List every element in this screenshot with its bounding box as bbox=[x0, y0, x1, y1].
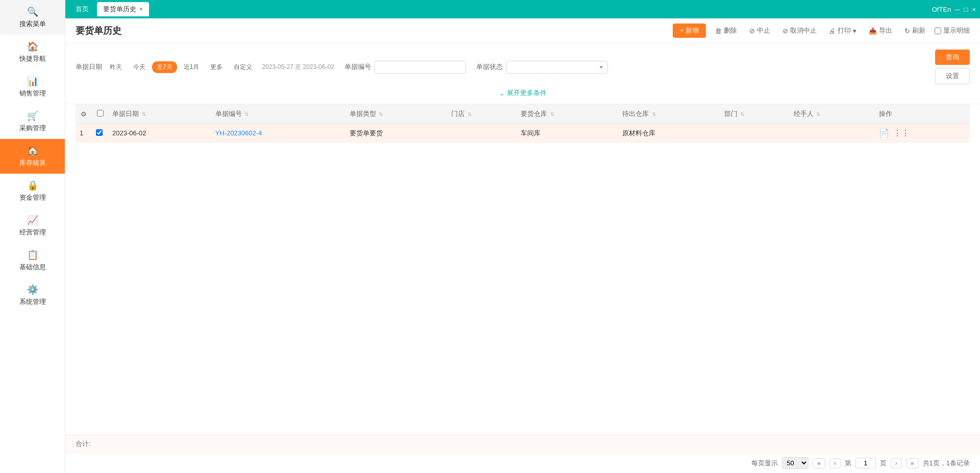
th-settings[interactable]: ⚙ bbox=[76, 104, 92, 124]
setting-button[interactable]: 设置 bbox=[935, 68, 970, 84]
next-page-btn[interactable]: › bbox=[891, 458, 902, 468]
sidebar-item-quick-nav[interactable]: 🏠快捷导航 bbox=[0, 35, 65, 69]
page-title: 要货单历史 bbox=[76, 25, 673, 37]
cell-docnum-0[interactable]: YH-20230602-4 bbox=[211, 124, 346, 143]
sidebar-label-system: 系统管理 bbox=[19, 297, 46, 306]
view-action-btn-0[interactable]: 📄 bbox=[879, 128, 889, 138]
inventory-icon: 🏠 bbox=[27, 145, 38, 156]
print-icon: 🖨 bbox=[829, 27, 836, 35]
delete-icon: 🗑 bbox=[715, 27, 722, 35]
table-footer: 合计: bbox=[65, 435, 980, 453]
prev-page-btn[interactable]: ‹ bbox=[829, 458, 841, 468]
tab-bar-right: OfTEn ─ □ × bbox=[932, 6, 976, 13]
date-btn-more[interactable]: 更多 bbox=[206, 61, 227, 73]
table-header-row: ⚙ 单据日期 ⇅ 单据编号 ⇅ 单据类型 ⇅ 门店 ⇅ 要货仓库 ⇅ 待出仓库 … bbox=[76, 104, 970, 124]
print-button[interactable]: 🖨 打印 ▾ bbox=[826, 24, 860, 37]
sidebar-item-finance[interactable]: 🔒资金管理 bbox=[0, 174, 65, 208]
per-page-label: 每页显示 bbox=[751, 459, 778, 468]
doc-number-input[interactable] bbox=[374, 61, 466, 74]
cancel-suspend-button[interactable]: ⊘ 取消中止 bbox=[779, 24, 820, 37]
export-button[interactable]: 📤 导出 bbox=[866, 24, 895, 37]
sidebar-item-purchase[interactable]: 🛒采购管理 bbox=[0, 104, 65, 139]
page-suffix: 页 bbox=[880, 459, 887, 468]
th-req-warehouse[interactable]: 要货仓库 ⇅ bbox=[517, 104, 618, 124]
th-doc-type[interactable]: 单据类型 ⇅ bbox=[346, 104, 447, 124]
date-btn-1month[interactable]: 近1月 bbox=[179, 61, 204, 73]
page-label: 第 bbox=[845, 459, 851, 468]
quick-nav-icon: 🏠 bbox=[27, 41, 38, 52]
finance-icon: 🔒 bbox=[27, 180, 38, 191]
print-dropdown-icon: ▾ bbox=[853, 27, 856, 35]
sidebar-item-system[interactable]: ⚙️系统管理 bbox=[0, 278, 65, 313]
cell-index-0: 1 bbox=[76, 124, 92, 143]
page-number-input[interactable] bbox=[855, 458, 876, 468]
page-header: 要货单历史 + 新增 🗑 删除 ⊘ 中止 ⊘ 取消中止 🖨 打印 bbox=[65, 18, 980, 43]
cancel-suspend-icon: ⊘ bbox=[782, 27, 788, 35]
last-page-btn[interactable]: » bbox=[906, 458, 919, 468]
window-close-btn[interactable]: × bbox=[972, 6, 976, 13]
date-btn-yesterday[interactable]: 昨天 bbox=[105, 61, 127, 73]
cell-doctype-0: 要货单要货 bbox=[346, 124, 447, 143]
system-icon: ⚙️ bbox=[27, 284, 38, 295]
sidebar-label-quick-nav: 快捷导航 bbox=[19, 54, 46, 63]
row-checkbox-0[interactable] bbox=[96, 129, 103, 136]
date-btn-custom[interactable]: 自定义 bbox=[229, 61, 257, 73]
th-doc-date[interactable]: 单据日期 ⇅ bbox=[108, 104, 211, 124]
doc-number-filter: 单据编号 bbox=[345, 61, 466, 74]
data-table: ⚙ 单据日期 ⇅ 单据编号 ⇅ 单据类型 ⇅ 门店 ⇅ 要货仓库 ⇅ 待出仓库 … bbox=[76, 104, 970, 143]
window-minimize-btn[interactable]: ─ bbox=[955, 6, 960, 13]
tab-requisition-history[interactable]: 要货单历史× bbox=[97, 2, 149, 16]
th-pending-warehouse[interactable]: 待出仓库 ⇅ bbox=[618, 104, 720, 124]
cell-reqwh-0: 车间库 bbox=[517, 124, 618, 143]
refresh-icon: ↻ bbox=[904, 27, 910, 35]
th-actions: 操作 bbox=[875, 104, 970, 124]
table-container: ⚙ 单据日期 ⇅ 单据编号 ⇅ 单据类型 ⇅ 门店 ⇅ 要货仓库 ⇅ 待出仓库 … bbox=[65, 104, 980, 435]
tab-close-requisition-history[interactable]: × bbox=[139, 6, 143, 13]
first-page-btn[interactable]: « bbox=[813, 458, 825, 468]
search-menu-icon: 🔍 bbox=[27, 6, 38, 17]
show-detail-checkbox[interactable] bbox=[935, 28, 941, 34]
cell-pendwh-0: 原材料仓库 bbox=[618, 124, 720, 143]
delete-button[interactable]: 🗑 删除 bbox=[712, 24, 740, 37]
suspend-icon: ⊘ bbox=[749, 27, 755, 35]
sidebar-item-search-menu[interactable]: 🔍搜索菜单 bbox=[0, 0, 65, 35]
brand-label: OfTEn bbox=[932, 6, 951, 13]
select-all-checkbox[interactable] bbox=[97, 110, 104, 116]
cell-date-0: 2023-06-02 bbox=[108, 124, 211, 143]
main-area: 首页要货单历史× OfTEn ─ □ × 要货单历史 + 新增 🗑 删除 ⊘ 中… bbox=[65, 0, 980, 473]
date-filter-label: 单据日期 bbox=[76, 62, 102, 72]
th-doc-number[interactable]: 单据编号 ⇅ bbox=[211, 104, 346, 124]
more-action-btn-0[interactable]: ⋮⋮ bbox=[893, 128, 910, 138]
date-filter: 单据日期 昨天 今天 近7天 近1月 更多 自定义 2023-05-27 至 2… bbox=[76, 61, 334, 73]
date-range-display: 2023-05-27 至 2023-06-02 bbox=[262, 63, 334, 72]
th-department[interactable]: 部门 ⇅ bbox=[720, 104, 790, 124]
refresh-button[interactable]: ↻ 刷新 bbox=[901, 24, 928, 37]
date-btn-today[interactable]: 今天 bbox=[129, 61, 150, 73]
tab-bar: 首页要货单历史× OfTEn ─ □ × bbox=[65, 0, 980, 18]
cell-store-0 bbox=[447, 124, 517, 143]
sidebar-label-basics: 基础信息 bbox=[19, 263, 46, 272]
sidebar: 🔍搜索菜单🏠快捷导航📊销售管理🛒采购管理🏠库存核算🔒资金管理📈经营管理📋基础信息… bbox=[0, 0, 65, 473]
expand-more-button[interactable]: ⌄ 展开更多条件 bbox=[499, 88, 547, 98]
date-btn-7days[interactable]: 近7天 bbox=[152, 61, 177, 73]
cell-checkbox-0 bbox=[92, 124, 108, 143]
new-button[interactable]: + 新增 bbox=[673, 23, 706, 38]
sidebar-label-inventory: 库存核算 bbox=[19, 158, 46, 168]
per-page-select[interactable]: 50 100 bbox=[782, 457, 808, 469]
sidebar-item-basics[interactable]: 📋基础信息 bbox=[0, 243, 65, 278]
expand-more-area: ⌄ 展开更多条件 bbox=[76, 88, 970, 98]
table-row: 1 2023-06-02 YH-20230602-4 要货单要货 车间库 原材料… bbox=[76, 124, 970, 143]
sidebar-item-operations[interactable]: 📈经营管理 bbox=[0, 208, 65, 243]
th-store[interactable]: 门店 ⇅ bbox=[447, 104, 517, 124]
doc-status-select[interactable] bbox=[506, 61, 608, 74]
filter-row: 单据日期 昨天 今天 近7天 近1月 更多 自定义 2023-05-27 至 2… bbox=[76, 50, 970, 84]
window-maximize-btn[interactable]: □ bbox=[964, 6, 968, 13]
sidebar-item-inventory[interactable]: 🏠库存核算 bbox=[0, 139, 65, 174]
suspend-button[interactable]: ⊘ 中止 bbox=[746, 24, 773, 37]
show-detail-toggle[interactable]: 显示明细 bbox=[935, 26, 970, 35]
query-button[interactable]: 查询 bbox=[935, 50, 970, 65]
th-handler[interactable]: 经手人 ⇅ bbox=[790, 104, 875, 124]
tab-home[interactable]: 首页 bbox=[69, 2, 95, 16]
sidebar-label-operations: 经营管理 bbox=[19, 228, 46, 237]
sidebar-item-sales[interactable]: 📊销售管理 bbox=[0, 69, 65, 104]
